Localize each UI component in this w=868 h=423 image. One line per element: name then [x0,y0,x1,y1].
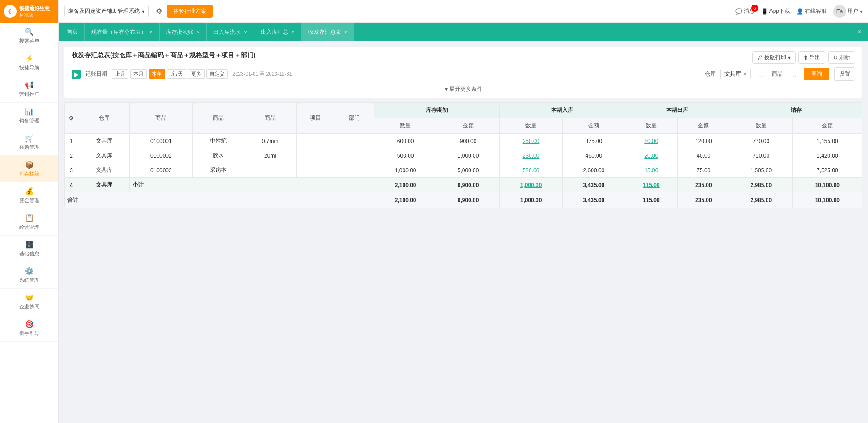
sidebar-item-finance[interactable]: 💰资金管理 [0,182,58,209]
sidebar-item-operations[interactable]: 📋经营管理 [0,209,58,236]
row-out-qty[interactable]: 15.00 [625,163,677,178]
tab-close-stock-dist[interactable]: × [149,28,153,36]
date-btn-本月[interactable]: 本月 [130,69,147,79]
tab-label-stock-dist: 现存量（库存分布表） [91,28,146,36]
subtotal-open-amt: 6,900.00 [437,178,500,192]
expand-filter-btn[interactable]: ▾ 展开更多条件 [445,85,482,93]
sidebar-item-label-sales: 销售管理 [19,117,39,124]
row-product-name: 中性笔 [193,134,244,148]
subtotal-row: 4 文具库 小计 2,100.00 6,900.00 1,000.00 3,43… [65,178,862,192]
tab-in-out-summary[interactable]: 出入库汇总 × [254,23,302,41]
row-project [296,148,335,163]
online-service-btn[interactable]: 👤 在线客服 [796,7,827,15]
sales-icon: 📊 [25,107,34,116]
sidebar-item-newbie[interactable]: 🎯新手引导 [0,315,58,342]
col-opening-amt: 金额 [437,118,500,134]
row-product-name: 胶水 [193,148,244,163]
table-row: 3 文具库 0100003 采访本 1,000.00 5,000.00 520.… [65,163,862,178]
sidebar-item-marketing[interactable]: 📢营销推广 [0,76,58,103]
sidebar-item-sales[interactable]: 📊销售管理 [0,103,58,129]
tab-in-out-flow[interactable]: 出入库流水 × [207,23,254,41]
sidebar-item-label-purchase: 采购管理 [19,144,39,151]
warehouse-tag[interactable]: 文具库 × [720,69,751,79]
print-btn[interactable]: 🖨 换版打印 ▾ [752,51,796,64]
row-out-amt: 75.00 [677,163,730,178]
tab-recv-send-summary[interactable]: 收发存汇总表 × [302,23,354,41]
sidebar: 6 畅捷通好生意 标准版 🔍搜索菜单⚡快捷导航📢营销推广📊销售管理🛒采购管理📦库… [0,0,59,423]
sidebar-item-system[interactable]: ⚙️系统管理 [0,262,58,289]
row-in-qty[interactable]: 250.00 [500,134,563,148]
query-btn[interactable]: 查询 [804,68,829,80]
tab-close-in-out-summary[interactable]: × [291,28,295,36]
row-bal-qty: 770.00 [730,134,792,148]
row-open-amt: 1,000.00 [437,148,500,163]
row-in-qty[interactable]: 520.00 [500,163,563,178]
trial-btn[interactable]: 体验行业方案 [167,5,213,18]
sidebar-item-purchase[interactable]: 🛒采购管理 [0,129,58,156]
sidebar-item-inventory[interactable]: 📦库存核算 [0,156,58,182]
messages-btn[interactable]: 💬 消息 6 [735,7,755,15]
row-no: 3 [65,163,78,178]
date-btn-自定义[interactable]: 自定义 [206,69,228,79]
row-bal-amt: 1,420.00 [792,148,862,163]
row-open-amt: 5,000.00 [437,163,500,178]
sidebar-nav: 🔍搜索菜单⚡快捷导航📢营销推广📊销售管理🛒采购管理📦库存核算💰资金管理📋经营管理… [0,23,58,423]
close-all-tabs-btn[interactable]: × [853,28,866,36]
total-in-qty: 1,000.00 [500,192,563,208]
row-open-amt: 900.00 [437,134,500,148]
subtotal-bal-qty: 2,985.00 [730,178,792,192]
row-open-qty: 500.00 [374,148,437,163]
col-header-dept: 部门 [335,103,374,134]
product-more-icon[interactable]: … [790,71,796,78]
row-bal-amt: 1,155.00 [792,134,862,148]
export-btn[interactable]: ⬆ 导出 [798,51,825,64]
row-product-name: 采访本 [193,163,244,178]
table-gear-icon[interactable]: ⚙ [69,115,74,121]
filter-toggle-btn[interactable]: ▶ [72,70,81,79]
row-bal-qty: 710.00 [730,148,792,163]
row-in-qty[interactable]: 230.00 [500,148,563,163]
tab-label-in-out-summary: 出入库汇总 [261,28,288,36]
date-btn-近7天[interactable]: 近7天 [167,69,186,79]
sidebar-item-basic-info[interactable]: 🗄️基础信息 [0,236,58,262]
newbie-icon: 🎯 [25,320,34,329]
refresh-btn[interactable]: ↻ 刷新 [828,51,855,64]
row-warehouse: 文具库 [78,163,130,178]
chevron-down-icon: ▾ [142,8,144,15]
tab-batch[interactable]: 库存批次账 × [160,23,207,41]
col-group-out: 本期出库 [625,103,730,118]
date-btn-更多[interactable]: 更多 [188,69,205,79]
col-out-amt: 金额 [677,118,730,134]
tab-close-in-out-flow[interactable]: × [243,28,247,36]
tab-close-batch[interactable]: × [196,28,200,36]
app-download-btn[interactable]: 📱 App下载 [761,7,790,15]
row-in-amt: 460.00 [562,148,625,163]
system-selector[interactable]: 装备及固定资产辅助管理系统 ▾ [64,5,149,17]
sidebar-item-label-quick-nav: 快捷导航 [19,64,39,71]
row-dept [335,134,374,148]
date-btn-上月[interactable]: 上月 [112,69,128,79]
table-row: 1 文具库 0100001 中性笔 0.7mm 600.00 900.00 25… [65,134,862,148]
main-area: 装备及固定资产辅助管理系统 ▾ ⚙ 体验行业方案 💬 消息 6 📱 App下载 … [59,0,868,423]
tab-close-recv-send-summary[interactable]: × [344,28,348,36]
sidebar-item-collab[interactable]: 🤝企业协同 [0,289,58,315]
operations-icon: 📋 [25,214,34,222]
date-btn-本年[interactable]: 本年 [149,69,165,79]
warehouse-tag-close[interactable]: × [743,71,746,77]
tab-stock-dist[interactable]: 现存量（库存分布表） × [85,23,160,41]
row-out-amt: 120.00 [677,134,730,148]
settings-gear-icon[interactable]: ⚙ [156,7,162,16]
tab-home[interactable]: 首页 [61,23,85,41]
tab-bar: 首页现存量（库存分布表） ×库存批次账 ×出入库流水 ×出入库汇总 ×收发存汇总… [59,23,868,41]
row-spec: 0.7mm [244,134,296,148]
user-menu-btn[interactable]: Ea 用户 ▾ [833,5,862,18]
sidebar-item-quick-nav[interactable]: ⚡快捷导航 [0,49,58,76]
table-settings-col[interactable]: ⚙ [65,103,78,134]
settings-btn[interactable]: 设置 [834,67,855,81]
row-out-qty[interactable]: 80.00 [625,134,677,148]
row-out-qty[interactable]: 20.00 [625,148,677,163]
warehouse-filter-label: 仓库 [705,70,716,78]
data-table-wrapper: ⚙ 仓库 商品 商品 商品 项目 部门 库存期初 本期入库 本期出库 结存 [64,102,862,208]
sidebar-item-search[interactable]: 🔍搜索菜单 [0,23,58,49]
warehouse-more-icon[interactable]: … [758,71,764,78]
